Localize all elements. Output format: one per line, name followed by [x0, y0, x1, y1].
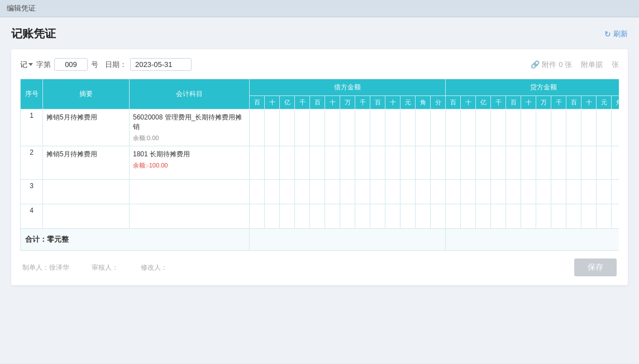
credit-digit-cell[interactable]	[446, 146, 461, 180]
debit-digit-cell[interactable]	[265, 146, 280, 180]
credit-digit-cell[interactable]	[597, 180, 612, 204]
refresh-button[interactable]: ↻ 刷新	[604, 29, 628, 39]
row-account[interactable]	[130, 180, 250, 204]
credit-digit-cell[interactable]	[491, 180, 506, 204]
credit-digit-cell[interactable]	[597, 146, 612, 180]
credit-digit-cell[interactable]	[551, 204, 566, 229]
debit-digit-cell[interactable]	[340, 146, 355, 180]
debit-digit-cell[interactable]	[295, 180, 310, 204]
row-account[interactable]: 56020008 管理费用_长期待摊费用摊销余额:0.00	[130, 109, 250, 146]
row-account[interactable]	[130, 204, 250, 229]
credit-digit-cell[interactable]	[612, 146, 619, 180]
credit-digit-cell[interactable]	[581, 180, 597, 204]
debit-digit-cell[interactable]	[250, 146, 265, 180]
credit-digit-cell[interactable]	[536, 204, 551, 229]
credit-digit-cell[interactable]	[446, 204, 461, 229]
credit-digit-cell[interactable]	[461, 180, 476, 204]
credit-digit-cell[interactable]	[536, 180, 551, 204]
debit-digit-cell[interactable]	[370, 204, 385, 229]
debit-digit-cell[interactable]	[250, 204, 265, 229]
type-dropdown[interactable]: 记	[20, 60, 33, 70]
debit-digit-cell[interactable]	[385, 146, 400, 180]
debit-digit-cell[interactable]	[385, 109, 400, 146]
debit-digit-cell[interactable]	[250, 180, 265, 204]
debit-digit-cell[interactable]	[385, 204, 400, 229]
debit-digit-cell[interactable]	[370, 180, 385, 204]
credit-digit-cell[interactable]	[521, 180, 536, 204]
attach-link[interactable]: 🔗 附件 0 张	[531, 60, 572, 70]
debit-digit-cell[interactable]	[310, 109, 325, 146]
credit-digit-cell[interactable]	[461, 109, 476, 146]
debit-digit-cell[interactable]	[370, 109, 385, 146]
credit-digit-cell[interactable]	[506, 146, 521, 180]
credit-digit-cell[interactable]	[551, 180, 566, 204]
debit-digit-cell[interactable]	[370, 146, 385, 180]
debit-digit-cell[interactable]	[280, 204, 295, 229]
debit-digit-cell[interactable]	[325, 204, 340, 229]
credit-digit-cell[interactable]	[566, 146, 581, 180]
credit-digit-cell[interactable]	[491, 109, 506, 146]
debit-digit-cell[interactable]	[340, 204, 355, 229]
row-seq[interactable]: 2	[21, 146, 43, 180]
credit-digit-cell[interactable]	[476, 180, 491, 204]
debit-digit-cell[interactable]	[416, 109, 431, 146]
debit-digit-cell[interactable]	[355, 204, 370, 229]
debit-digit-cell[interactable]	[325, 180, 340, 204]
debit-digit-cell[interactable]	[431, 204, 446, 229]
credit-digit-cell[interactable]	[476, 146, 491, 180]
debit-digit-cell[interactable]	[385, 180, 400, 204]
row-summary[interactable]: 摊销5月待摊费用	[43, 146, 130, 180]
credit-digit-cell[interactable]	[536, 146, 551, 180]
credit-digit-cell[interactable]	[506, 180, 521, 204]
row-summary[interactable]	[43, 180, 130, 204]
row-summary[interactable]	[43, 204, 130, 229]
debit-digit-cell[interactable]	[400, 109, 416, 146]
row-account[interactable]: 1801 长期待摊费用余额:-100.00	[130, 146, 250, 180]
debit-digit-cell[interactable]	[340, 180, 355, 204]
credit-digit-cell[interactable]	[461, 204, 476, 229]
debit-digit-cell[interactable]	[250, 109, 265, 146]
row-seq[interactable]: 3	[21, 180, 43, 204]
debit-digit-cell[interactable]	[325, 109, 340, 146]
debit-digit-cell[interactable]	[280, 146, 295, 180]
credit-digit-cell[interactable]	[461, 146, 476, 180]
debit-digit-cell[interactable]	[310, 204, 325, 229]
debit-digit-cell[interactable]	[295, 146, 310, 180]
credit-digit-cell[interactable]	[551, 146, 566, 180]
credit-digit-cell[interactable]	[506, 109, 521, 146]
credit-digit-cell[interactable]	[566, 180, 581, 204]
credit-digit-cell[interactable]	[521, 109, 536, 146]
credit-digit-cell[interactable]	[491, 204, 506, 229]
debit-digit-cell[interactable]	[416, 180, 431, 204]
credit-digit-cell[interactable]	[446, 109, 461, 146]
credit-digit-cell[interactable]	[506, 204, 521, 229]
debit-digit-cell[interactable]	[310, 146, 325, 180]
row-seq[interactable]: 4	[21, 204, 43, 229]
debit-digit-cell[interactable]	[295, 204, 310, 229]
credit-digit-cell[interactable]	[566, 109, 581, 146]
debit-digit-cell[interactable]	[355, 109, 370, 146]
credit-digit-cell[interactable]	[536, 109, 551, 146]
date-input[interactable]	[130, 58, 192, 71]
debit-digit-cell[interactable]	[265, 180, 280, 204]
row-summary[interactable]: 摊销5月待摊费用	[43, 109, 130, 146]
debit-digit-cell[interactable]	[295, 109, 310, 146]
credit-digit-cell[interactable]	[612, 180, 619, 204]
debit-digit-cell[interactable]	[431, 146, 446, 180]
credit-digit-cell[interactable]	[581, 204, 597, 229]
debit-digit-cell[interactable]	[340, 109, 355, 146]
row-seq[interactable]: 1	[21, 109, 43, 146]
debit-digit-cell[interactable]	[355, 180, 370, 204]
voucher-number-input[interactable]	[54, 58, 88, 71]
debit-digit-cell[interactable]	[416, 146, 431, 180]
debit-digit-cell[interactable]	[431, 109, 446, 146]
credit-digit-cell[interactable]	[566, 204, 581, 229]
debit-digit-cell[interactable]	[400, 204, 416, 229]
credit-digit-cell[interactable]	[581, 146, 597, 180]
credit-digit-cell[interactable]	[581, 109, 597, 146]
credit-digit-cell[interactable]	[521, 146, 536, 180]
credit-digit-cell[interactable]	[476, 204, 491, 229]
debit-digit-cell[interactable]	[280, 109, 295, 146]
credit-digit-cell[interactable]	[476, 109, 491, 146]
credit-digit-cell[interactable]	[491, 146, 506, 180]
